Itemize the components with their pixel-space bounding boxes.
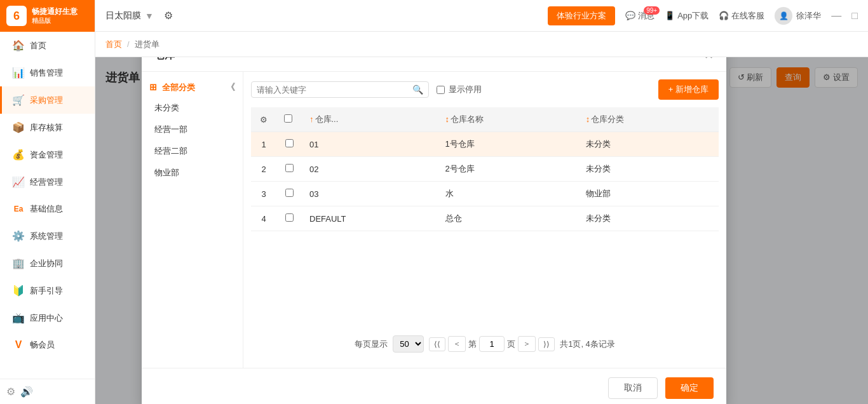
cancel-btn[interactable]: 取消 <box>608 377 658 399</box>
message-badge: 99+ <box>644 6 660 15</box>
window-maximize-icon[interactable]: □ <box>851 10 858 22</box>
apps-icon: 📺 <box>12 312 25 324</box>
sidebar-item-apps[interactable]: 📺 应用中心 <box>0 304 95 332</box>
sidebar-item-system[interactable]: ⚙️ 系统管理 <box>0 222 95 250</box>
sidebar-item-guide[interactable]: 🔰 新手引导 <box>0 277 95 304</box>
table-row[interactable]: 2 02 2号仓库 未分类 <box>251 157 719 182</box>
row-num: 3 <box>251 182 276 206</box>
modal-header: 仓库 ✕ <box>142 57 726 72</box>
breadcrumb-current: 进货单 <box>135 39 159 50</box>
sidebar-item-sales[interactable]: 📊 销售管理 <box>0 59 95 86</box>
user-info[interactable]: 👤 徐泽华 <box>775 7 821 25</box>
app-download-btn[interactable]: 📱 App下载 <box>665 10 709 22</box>
message-btn[interactable]: 💬 消息 99+ <box>625 10 654 22</box>
row-name: 2号仓库 <box>438 157 578 182</box>
grid-icon: ⊞ <box>149 82 157 92</box>
finance-icon: 💰 <box>12 149 25 161</box>
col-name: ↕仓库名称 <box>438 107 578 132</box>
trial-btn[interactable]: 体验行业方案 <box>548 6 615 25</box>
logo-icon: 6 <box>6 6 27 26</box>
table-row[interactable]: 4 DEFAULT 总仓 未分类 <box>251 206 719 231</box>
search-input[interactable] <box>257 85 409 95</box>
customer-service-btn[interactable]: 🎧 在线客服 <box>719 10 764 22</box>
new-warehouse-btn[interactable]: + 新增仓库 <box>658 79 719 100</box>
breadcrumb-bar: 首页 / 进货单 <box>95 32 868 57</box>
row-checkbox[interactable] <box>285 139 294 147</box>
headset-icon: 🎧 <box>719 11 729 20</box>
window-minimize-icon[interactable]: — <box>831 10 841 22</box>
sidebar-item-operations[interactable]: 📈 经营管理 <box>0 168 95 196</box>
select-all-checkbox[interactable] <box>284 114 292 123</box>
row-category: 未分类 <box>578 157 719 182</box>
avatar: 👤 <box>775 7 792 25</box>
brand-selector[interactable]: 日太阳膜 ▼ <box>105 10 154 22</box>
category-item-unclassified[interactable]: 未分类 <box>142 97 243 119</box>
sidebar-item-member[interactable]: V 畅会员 <box>0 332 95 358</box>
table-row[interactable]: 1 01 1号仓库 未分类 <box>251 132 719 157</box>
row-checkbox[interactable] <box>285 189 294 197</box>
sidebar-item-base[interactable]: Ea 基础信息 <box>0 196 95 222</box>
sidebar-item-enterprise[interactable]: 🏢 企业协同 <box>0 250 95 277</box>
page-unit: 页 <box>507 339 515 350</box>
dropdown-icon: ▼ <box>145 11 154 21</box>
guide-icon: 🔰 <box>12 285 25 297</box>
enterprise-icon: 🏢 <box>12 257 25 269</box>
all-categories-btn[interactable]: ⊞ 全部分类 《 <box>142 78 243 97</box>
settings-icon[interactable]: ⚙ <box>164 10 173 22</box>
col-settings: ⚙ <box>251 107 276 132</box>
category-item-ops1[interactable]: 经营一部 <box>142 119 243 140</box>
base-icon: Ea <box>12 205 25 213</box>
page-label: 第 <box>468 339 477 350</box>
inventory-icon: 📦 <box>12 121 25 133</box>
pagination: 每页显示 50 ⟨⟨ ＜ 第 页 ＞ ⟩⟩ <box>251 328 719 360</box>
page-last-btn[interactable]: ⟩⟩ <box>538 337 555 351</box>
row-checkbox[interactable] <box>285 164 294 172</box>
sound-footer-icon[interactable]: 🔊 <box>20 386 33 398</box>
settings-footer-icon[interactable]: ⚙ <box>6 386 15 398</box>
row-category: 物业部 <box>578 182 719 206</box>
breadcrumb-home[interactable]: 首页 <box>105 39 122 50</box>
sidebar-item-finance[interactable]: 💰 资金管理 <box>0 141 95 168</box>
page-input[interactable] <box>479 336 505 352</box>
confirm-btn[interactable]: 确定 <box>665 377 714 399</box>
row-name: 1号仓库 <box>438 132 578 157</box>
modal-title: 仓库 <box>154 57 175 62</box>
sidebar-item-purchase[interactable]: 🛒 采购管理 <box>0 86 95 114</box>
page-first-btn[interactable]: ⟨⟨ <box>429 337 445 351</box>
message-icon: 💬 <box>625 11 635 20</box>
category-item-ops2[interactable]: 经营二部 <box>142 140 243 162</box>
warehouse-table: ⚙ ↑仓库... ↕仓库名称 ↕仓库分类 1 <box>251 107 719 231</box>
search-icon[interactable]: 🔍 <box>412 84 423 95</box>
category-item-property[interactable]: 物业部 <box>142 162 243 184</box>
modal-close-icon[interactable]: ✕ <box>704 57 714 62</box>
row-checkbox[interactable] <box>285 213 294 222</box>
sidebar-item-inventory[interactable]: 📦 库存核算 <box>0 114 95 141</box>
row-num: 2 <box>251 157 276 182</box>
collapse-icon[interactable]: 《 <box>226 82 235 93</box>
member-icon: V <box>12 339 25 351</box>
content-area: 进货单 🖨 打印 ▼ ⬆ 导出 ↺ 刷新 查询 ⚙ 设置 仓库 ✕ <box>95 57 868 404</box>
page-next-btn[interactable]: ＞ <box>518 336 536 352</box>
table-row[interactable]: 3 03 水 物业部 <box>251 182 719 206</box>
row-num: 4 <box>251 206 276 231</box>
purchase-icon: 🛒 <box>12 94 25 106</box>
col-checkbox <box>276 107 302 132</box>
col-code: ↑仓库... <box>302 107 438 132</box>
row-num: 1 <box>251 132 276 157</box>
page-prev-btn[interactable]: ＜ <box>448 336 466 352</box>
sidebar-item-home[interactable]: 🏠 首页 <box>0 32 95 59</box>
per-page-select[interactable]: 50 <box>393 335 424 353</box>
show-disabled-label[interactable]: 显示停用 <box>437 84 482 95</box>
table-toolbar: 🔍 显示停用 + 新增仓库 <box>251 79 719 100</box>
system-icon: ⚙️ <box>12 230 25 242</box>
show-disabled-checkbox[interactable] <box>437 86 445 94</box>
row-code: 02 <box>302 157 438 182</box>
row-category: 未分类 <box>578 132 719 157</box>
search-input-wrap: 🔍 <box>251 81 429 98</box>
row-name: 总仓 <box>438 206 578 231</box>
modal-body: ⊞ 全部分类 《 未分类 经营一部 经营二部 物业部 <box>142 72 726 368</box>
sidebar: 6 畅捷通好生意 精品版 🏠 首页 📊 销售管理 🛒 采购管理 📦 库存核算 💰… <box>0 0 95 404</box>
modal-footer: 取消 确定 <box>142 368 726 404</box>
topbar-actions: 💬 消息 99+ 📱 App下载 🎧 在线客服 👤 徐泽华 <box>625 7 821 25</box>
logo-text: 畅捷通好生意 精品版 <box>32 7 78 25</box>
